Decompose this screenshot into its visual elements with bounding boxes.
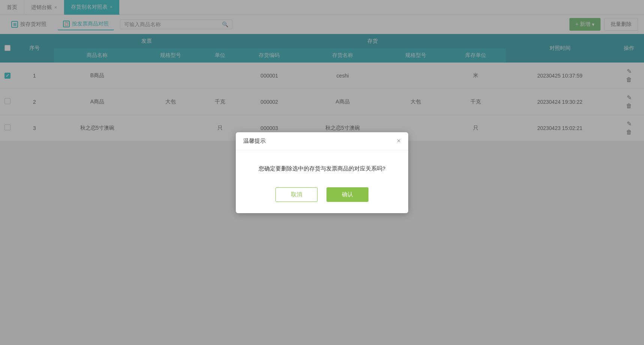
dialog-header: 温馨提示 × — [236, 132, 408, 142]
dialog-overlay: 温馨提示 × 您确定要删除选中的存货与发票商品的对应关系吗? 取消 确认 — [0, 0, 644, 141]
confirm-dialog: 温馨提示 × 您确定要删除选中的存货与发票商品的对应关系吗? 取消 确认 — [236, 132, 408, 142]
dialog-close-button[interactable]: × — [397, 137, 401, 141]
dialog-title: 温馨提示 — [243, 137, 266, 142]
